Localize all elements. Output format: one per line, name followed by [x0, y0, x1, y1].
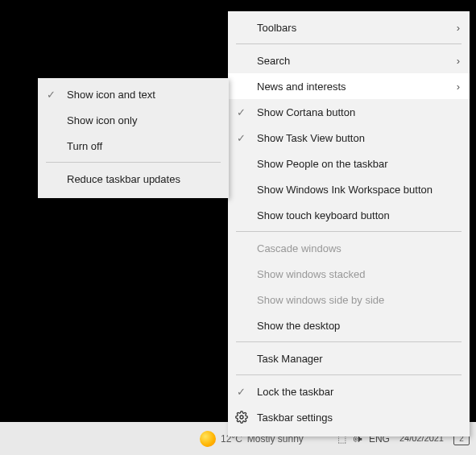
submenu-item-icon-text[interactable]: ✓ Show icon and text [38, 81, 229, 107]
menu-label: Show Windows Ink Workspace button [257, 184, 433, 196]
menu-label: Show Cortana button [257, 106, 355, 118]
menu-label: Show People on the taskbar [257, 158, 388, 170]
menu-label: News and interests [257, 81, 346, 93]
chevron-right-icon: › [457, 81, 460, 93]
menu-item-show-people[interactable]: Show People on the taskbar [228, 151, 470, 176]
chevron-right-icon: › [457, 55, 460, 67]
menu-label: Taskbar settings [257, 412, 333, 424]
menu-item-show-ink[interactable]: Show Windows Ink Workspace button [228, 176, 470, 202]
menu-item-side-by-side: Show windows side by side [228, 287, 470, 312]
menu-item-news-interests[interactable]: News and interests › [228, 73, 470, 99]
menu-separator [236, 374, 462, 375]
menu-separator [236, 43, 462, 44]
menu-label: Show the desktop [257, 320, 340, 332]
submenu-item-turn-off[interactable]: Turn off [38, 133, 229, 159]
chevron-right-icon: › [457, 22, 460, 34]
menu-label: Cascade windows [257, 242, 341, 254]
menu-label: Lock the taskbar [257, 386, 333, 398]
menu-label: Show touch keyboard button [257, 209, 390, 221]
menu-item-task-manager[interactable]: Task Manager [228, 345, 470, 371]
menu-separator [46, 162, 221, 163]
menu-label: Search [257, 55, 290, 67]
svg-point-0 [240, 416, 243, 419]
taskbar-context-menu: Toolbars › Search › News and interests ›… [228, 11, 470, 436]
menu-item-cascade: Cascade windows [228, 235, 470, 261]
submenu-item-icon-only[interactable]: Show icon only [38, 107, 229, 133]
menu-label: Show icon and text [67, 89, 155, 101]
menu-item-toolbars[interactable]: Toolbars › [228, 14, 470, 40]
menu-item-show-touch-keyboard[interactable]: Show touch keyboard button [228, 202, 470, 228]
menu-item-stacked: Show windows stacked [228, 261, 470, 287]
news-interests-submenu: ✓ Show icon and text Show icon only Turn… [38, 78, 229, 198]
menu-separator [236, 231, 462, 232]
menu-label: Reduce taskbar updates [67, 173, 180, 185]
menu-item-lock-taskbar[interactable]: ✓ Lock the taskbar [228, 378, 470, 404]
menu-item-search[interactable]: Search › [228, 48, 470, 73]
menu-label: Show windows stacked [257, 268, 365, 280]
check-icon: ✓ [237, 386, 246, 398]
menu-separator [236, 341, 462, 342]
menu-item-taskbar-settings[interactable]: Taskbar settings [228, 404, 470, 430]
check-icon: ✓ [47, 89, 56, 101]
check-icon: ✓ [237, 132, 246, 144]
menu-label: Turn off [67, 140, 102, 152]
menu-item-show-cortana[interactable]: ✓ Show Cortana button [228, 99, 470, 125]
submenu-item-reduce-updates[interactable]: Reduce taskbar updates [38, 166, 229, 192]
menu-label: Show Task View button [257, 132, 365, 144]
menu-label: Toolbars [257, 22, 296, 34]
gear-icon [235, 411, 248, 424]
menu-label: Show icon only [67, 114, 137, 126]
menu-item-show-taskview[interactable]: ✓ Show Task View button [228, 125, 470, 151]
menu-label: Show windows side by side [257, 294, 384, 306]
menu-item-show-desktop[interactable]: Show the desktop [228, 312, 470, 338]
check-icon: ✓ [237, 106, 246, 118]
sun-icon [200, 431, 216, 447]
menu-label: Task Manager [257, 353, 323, 365]
